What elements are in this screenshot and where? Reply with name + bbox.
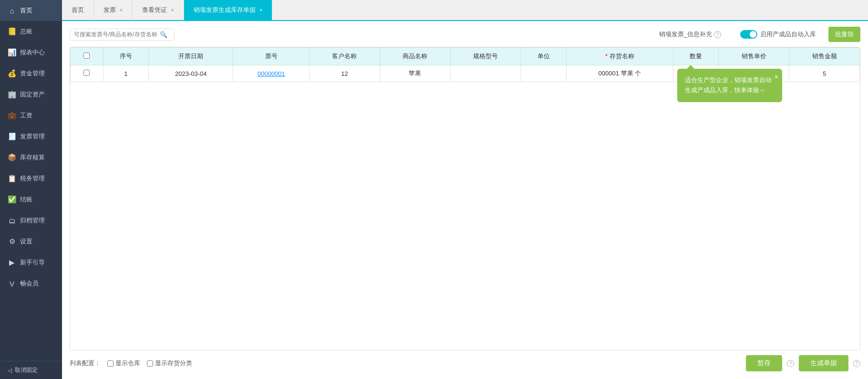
sidebar-item-wages[interactable]: 💼 工资 [0, 105, 62, 126]
sidebar-item-label: 工资 [20, 111, 32, 120]
col-date: 开票日期 [149, 48, 233, 65]
settings-icon: ⚙ [8, 237, 16, 246]
row-ticket-no[interactable]: 00000001 [233, 65, 310, 82]
row-inventory: 000001 苹果 个 [566, 65, 673, 82]
col-ticket-no: 票号 [233, 48, 310, 65]
tab-invoice-label: 发票 [103, 6, 116, 14]
show-category-label: 显示存货分类 [155, 359, 192, 368]
col-product: 商品名称 [380, 48, 450, 65]
sidebar-item-invoice-mgmt[interactable]: 🧾 发票管理 [0, 126, 62, 147]
row-customer: 12 [310, 65, 380, 82]
fixed-assets-icon: 🏢 [8, 90, 16, 99]
wages-icon: 💼 [8, 111, 16, 120]
unpin-label: 取消固定 [15, 366, 38, 374]
tab-invoice-close[interactable]: × [120, 7, 123, 13]
sidebar-item-vip[interactable]: V 畅会员 [0, 273, 62, 294]
show-category-checkbox[interactable] [147, 360, 153, 367]
search-box[interactable]: 🔍 [70, 29, 175, 41]
sidebar-item-label: 资金管理 [20, 69, 45, 78]
col-spec: 规格型号 [450, 48, 521, 65]
row-unit [521, 65, 566, 82]
guide-icon: ▶ [8, 258, 16, 267]
vip-icon: V [8, 280, 16, 288]
generate-button[interactable]: 生成单据 [799, 355, 848, 371]
sidebar-item-label: 新手引导 [20, 258, 45, 267]
sidebar-item-settlement[interactable]: ✅ 结账 [0, 189, 62, 210]
tax-icon: 📋 [8, 174, 16, 183]
row-amount: 5 [789, 65, 860, 82]
col-amount: 销售金额 [789, 48, 860, 65]
unpin-button[interactable]: ◁ 取消固定 [0, 361, 62, 379]
sidebar: ⌂ 首页 📒 总账 📊 报表中心 💰 资金管理 🏢 固定资产 💼 工资 🧾 发票… [0, 0, 62, 379]
generate-info-icon[interactable]: ? [853, 360, 860, 367]
tab-view-voucher-label: 查看凭证 [142, 6, 167, 14]
tab-invoice[interactable]: 发票 × [94, 0, 133, 21]
col-unit: 单位 [521, 48, 566, 65]
reports-icon: 📊 [8, 48, 16, 57]
sidebar-item-label: 设置 [20, 237, 32, 246]
tab-view-voucher[interactable]: 查看凭证 × [133, 0, 184, 21]
sidebar-item-archive[interactable]: 🗂 归档管理 [0, 210, 62, 231]
row-checkbox[interactable] [83, 70, 90, 76]
col-unit-price: 销售单价 [719, 48, 789, 65]
info-text: 销项发票_信息补充 [659, 30, 712, 39]
row-spec [450, 65, 521, 82]
col-customer: 客户名称 [310, 48, 380, 65]
search-input[interactable] [74, 31, 160, 38]
col-checkbox[interactable] [71, 48, 103, 65]
sidebar-item-label: 首页 [20, 6, 32, 15]
tooltip-close-button[interactable]: × [775, 72, 778, 82]
settlement-icon: ✅ [8, 195, 16, 204]
batch-button[interactable]: 批量筛 [828, 27, 860, 42]
tab-home[interactable]: 首页 [62, 0, 94, 21]
save-info-icon[interactable]: ? [787, 360, 794, 367]
sidebar-item-tax[interactable]: 📋 税务管理 [0, 168, 62, 189]
col-qty: 数量 [673, 48, 718, 65]
row-seq: 1 [103, 65, 148, 82]
bottom-actions: 暂存 ? 生成单据 ? [746, 355, 860, 371]
sidebar-item-label: 归档管理 [20, 216, 45, 225]
unpin-icon: ◁ [8, 367, 12, 374]
sidebar-item-funds[interactable]: 💰 资金管理 [0, 63, 62, 84]
sidebar-item-fixed-assets[interactable]: 🏢 固定资产 [0, 84, 62, 105]
search-icon: 🔍 [160, 31, 167, 38]
tab-sales-invoice-label: 销项发票生成库存单据 [194, 6, 256, 14]
tab-sales-invoice-close[interactable]: × [259, 7, 262, 13]
toggle-label: 启用产成品自动入库 [760, 30, 816, 39]
sidebar-item-reports[interactable]: 📊 报表中心 [0, 42, 62, 63]
row-checkbox-cell[interactable] [71, 65, 103, 82]
content-area: 🔍 销项发票_信息补充 ? 启用产成品自动入库 批量筛 序 [62, 21, 868, 379]
sidebar-item-home[interactable]: ⌂ 首页 [0, 0, 62, 21]
main-area: 首页 发票 × 查看凭证 × 销项发票生成库存单据 × 🔍 销项发票_信息补充 … [62, 0, 868, 379]
sidebar-item-guide[interactable]: ▶ 新手引导 [0, 252, 62, 273]
ledger-icon: 📒 [8, 27, 16, 36]
show-category-item[interactable]: 显示存货分类 [147, 359, 192, 368]
save-button[interactable]: 暂存 [746, 355, 782, 371]
home-icon: ⌂ [8, 7, 16, 15]
select-all-checkbox[interactable] [83, 53, 90, 59]
sidebar-item-label: 固定资产 [20, 90, 45, 99]
show-warehouse-label: 显示仓库 [115, 359, 140, 368]
sidebar-item-label: 税务管理 [20, 174, 45, 183]
tooltip-popup: × 适合生产型企业，销项发票自动生成产成品入库，快来体验～ [677, 69, 782, 102]
auto-warehouse-toggle[interactable] [740, 30, 757, 39]
col-inventory: * 存货名称 [566, 48, 673, 65]
archive-icon: 🗂 [8, 217, 16, 225]
sidebar-item-label: 发票管理 [20, 132, 45, 141]
col-seq: 序号 [103, 48, 148, 65]
sidebar-item-label: 报表中心 [20, 48, 45, 57]
sidebar-item-inventory[interactable]: 📦 库存核算 [0, 147, 62, 168]
tab-view-voucher-close[interactable]: × [171, 7, 174, 13]
show-warehouse-checkbox[interactable] [107, 360, 114, 367]
show-warehouse-item[interactable]: 显示仓库 [107, 359, 140, 368]
sidebar-item-label: 畅会员 [20, 279, 39, 288]
bottom-bar: 列表配置： 显示仓库 显示存货分类 暂存 ? 生成单据 ? [70, 350, 860, 373]
top-bar: 🔍 销项发票_信息补充 ? 启用产成品自动入库 批量筛 [70, 27, 860, 42]
info-icon[interactable]: ? [714, 31, 721, 38]
row-date: 2023-03-04 [149, 65, 233, 82]
list-config-label: 列表配置： [70, 359, 101, 368]
sidebar-item-settings[interactable]: ⚙ 设置 [0, 231, 62, 252]
sidebar-item-ledger[interactable]: 📒 总账 [0, 21, 62, 42]
tab-sales-invoice[interactable]: 销项发票生成库存单据 × [184, 0, 272, 21]
tab-bar: 首页 发票 × 查看凭证 × 销项发票生成库存单据 × [62, 0, 868, 21]
